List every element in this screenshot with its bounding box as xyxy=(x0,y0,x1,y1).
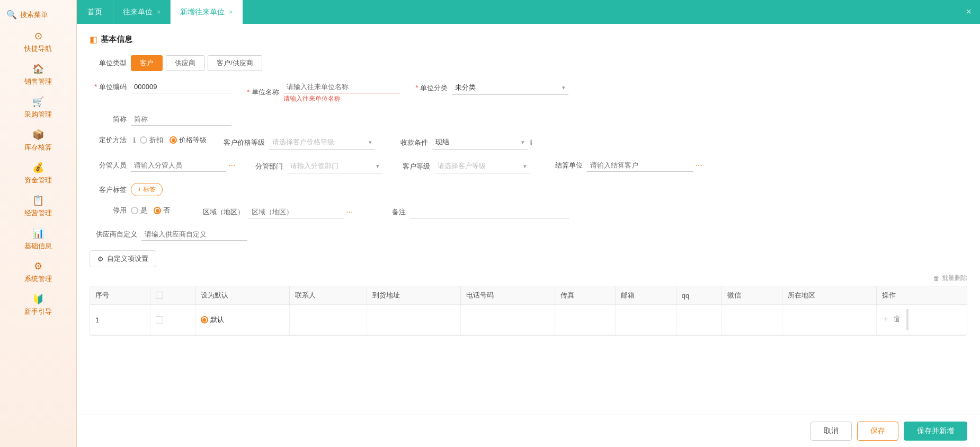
batch-delete-button[interactable]: 🗑 批量删除 xyxy=(933,274,967,283)
tab2-close-icon[interactable]: × xyxy=(229,8,233,16)
tab1-close-icon[interactable]: × xyxy=(157,8,161,16)
td-email xyxy=(616,305,676,335)
customer-level-placeholder: 请选择客户等级 xyxy=(438,161,523,171)
region-group: 区域（地区） ··· xyxy=(202,206,353,218)
settlement-more-icon[interactable]: ··· xyxy=(695,161,702,170)
settings-gear-icon: ⚙ xyxy=(97,255,104,263)
scroll-handle[interactable] xyxy=(906,309,908,330)
customer-price-select[interactable]: 请选择客户价格等级 ▾ xyxy=(269,135,375,150)
type-btn-customer[interactable]: 客户 xyxy=(131,55,163,71)
manager-input[interactable] xyxy=(131,159,226,172)
row-delete-icon[interactable]: 🗑 xyxy=(893,314,901,323)
sales-label: 销售管理 xyxy=(24,77,52,86)
disabled-row: 停用 是 否 区域（地区） ··· xyxy=(90,206,967,218)
select-all-checkbox[interactable] xyxy=(156,292,163,299)
add-tag-label: + 标签 xyxy=(138,185,156,194)
unit-code-label: 单位编码 xyxy=(90,82,127,92)
custom-setting-label: 自定义项设置 xyxy=(107,254,148,264)
pricing-info-icon[interactable]: ℹ xyxy=(133,136,136,144)
unit-code-input[interactable] xyxy=(131,81,231,93)
guide-icon: 🔰 xyxy=(32,293,44,305)
inventory-label: 库存核算 xyxy=(24,143,52,152)
unit-category-arrow-icon: ▾ xyxy=(562,84,565,91)
th-email: 邮箱 xyxy=(616,286,676,305)
sidebar-item-system[interactable]: ⚙ 系统管理 xyxy=(0,255,76,288)
unit-type-buttons: 客户 供应商 客户/供应商 xyxy=(131,55,262,71)
manager-label: 分管人员 xyxy=(90,161,127,170)
quick-nav-icon: ⊙ xyxy=(32,30,44,42)
sidebar-item-inventory[interactable]: 📦 库存核算 xyxy=(0,124,76,156)
default-radio[interactable] xyxy=(201,316,208,323)
region-more-icon[interactable]: ··· xyxy=(346,207,353,217)
tab-add-partner[interactable]: 新增往来单位 × xyxy=(171,0,243,24)
sidebar-item-quick-nav[interactable]: ⊙ 快捷导航 xyxy=(0,25,76,58)
td-address xyxy=(367,305,461,335)
row-checkbox[interactable] xyxy=(156,316,163,323)
radio-yes-label: 是 xyxy=(140,206,147,215)
delete-icon: 🗑 xyxy=(933,275,940,282)
inventory-icon: 📦 xyxy=(32,129,44,141)
short-name-label: 简称 xyxy=(90,115,127,124)
department-select[interactable]: 请输入分管部门 ▾ xyxy=(287,159,382,173)
tab-partner-list[interactable]: 往来单位 × xyxy=(113,0,171,24)
sales-icon: 🏠 xyxy=(32,63,44,75)
save-button[interactable]: 保存 xyxy=(857,422,898,441)
region-input[interactable] xyxy=(248,206,344,218)
customer-price-label: 客户价格等级 xyxy=(222,138,265,147)
add-tag-button[interactable]: + 标签 xyxy=(131,183,163,196)
unit-name-label: 单位名称 xyxy=(242,87,279,97)
unit-info-row: 单位编码 单位名称 请输入往来单位名称 单位分类 未分类 ▾ xyxy=(90,81,967,103)
unit-name-error-msg: 请输入往来单位名称 xyxy=(283,94,400,103)
payment-condition-arrow-icon: ▾ xyxy=(521,139,524,146)
radio-price-level[interactable]: 价格等级 xyxy=(170,135,207,145)
basic-icon: 📊 xyxy=(32,227,44,239)
radio-discount-label: 折扣 xyxy=(149,135,163,145)
payment-condition-select[interactable]: 现结 ▾ xyxy=(432,135,528,150)
unit-code-group: 单位编码 xyxy=(90,81,231,93)
unit-name-input[interactable] xyxy=(283,81,400,93)
manager-more-icon[interactable]: ··· xyxy=(228,161,235,170)
unit-type-row: 单位类型 客户 供应商 客户/供应商 xyxy=(90,55,967,71)
customer-level-group: 客户等级 请选择客户等级 ▾ xyxy=(398,159,530,173)
unit-category-select[interactable]: 未分类 ▾ xyxy=(452,81,568,95)
short-name-input[interactable] xyxy=(131,113,231,126)
quick-nav-label: 快捷导航 xyxy=(24,44,52,54)
radio-no-circle xyxy=(154,207,161,214)
payment-info-icon[interactable]: ℹ xyxy=(530,138,532,147)
unit-name-group: 单位名称 请输入往来单位名称 xyxy=(242,81,400,103)
save-and-new-button[interactable]: 保存并新增 xyxy=(904,422,967,441)
customer-level-select[interactable]: 请选择客户等级 ▾ xyxy=(434,159,530,173)
purchase-label: 采购管理 xyxy=(24,110,52,119)
type-btn-both[interactable]: 客户/供应商 xyxy=(208,55,262,71)
customer-tag-label: 客户标签 xyxy=(90,185,127,195)
tab-home-label: 首页 xyxy=(87,7,102,17)
sidebar-item-basic[interactable]: 📊 基础信息 xyxy=(0,222,76,255)
radio-yes[interactable]: 是 xyxy=(131,206,147,215)
th-address: 到货地址 xyxy=(367,286,461,305)
radio-no[interactable]: 否 xyxy=(154,206,170,215)
sidebar-search[interactable]: 🔍 搜索菜单 xyxy=(0,4,76,25)
td-seq: 1 xyxy=(90,305,150,335)
type-btn-supplier[interactable]: 供应商 xyxy=(166,55,204,71)
tab-bar-close-icon[interactable]: × xyxy=(966,6,972,17)
tab-home[interactable]: 首页 xyxy=(77,0,113,24)
custom-setting-button[interactable]: ⚙ 自定义项设置 xyxy=(90,250,156,267)
sidebar-item-finance[interactable]: 💰 资金管理 xyxy=(0,156,76,189)
content-area: ◧ 基本信息 单位类型 客户 供应商 客户/供应商 单位编码 xyxy=(77,24,980,415)
cancel-button[interactable]: 取消 xyxy=(810,422,852,441)
row-add-icon[interactable]: + xyxy=(884,314,888,323)
radio-no-label: 否 xyxy=(163,206,170,215)
sidebar-item-guide[interactable]: 🔰 新手引导 xyxy=(0,288,76,321)
supplier-custom-input[interactable] xyxy=(141,228,247,241)
settlement-unit-input[interactable] xyxy=(587,159,693,172)
td-checkbox xyxy=(150,305,195,335)
unit-category-label: 单位分类 xyxy=(411,83,448,93)
note-input[interactable] xyxy=(410,206,569,218)
supplier-custom-group: 供应商自定义 xyxy=(90,228,967,241)
sidebar-item-purchase[interactable]: 🛒 采购管理 xyxy=(0,91,76,124)
sidebar-item-sales[interactable]: 🏠 销售管理 xyxy=(0,58,76,91)
tag-group: 客户标签 + 标签 xyxy=(90,183,967,196)
default-label: 默认 xyxy=(210,315,224,325)
radio-discount[interactable]: 折扣 xyxy=(140,135,163,145)
sidebar-item-operations[interactable]: 📋 经营管理 xyxy=(0,189,76,222)
